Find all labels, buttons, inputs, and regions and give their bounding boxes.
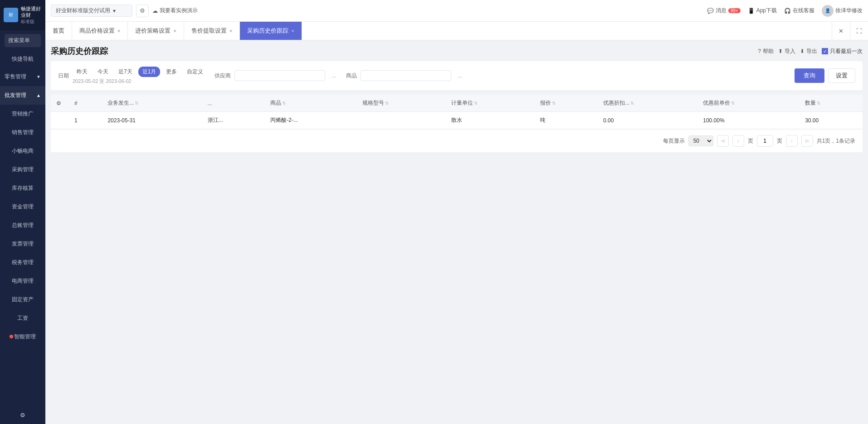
date-option-近1月[interactable]: 近1月: [138, 67, 161, 77]
page-total: 共1页，1条记录: [817, 137, 855, 145]
col-header-supplier[interactable]: 商品⇅: [265, 95, 357, 112]
sidebar-menu-label: 库存核算: [12, 185, 34, 191]
tab-label-0: 首页: [53, 27, 64, 35]
sidebar-item-13[interactable]: 工资: [0, 309, 45, 328]
app-icon: 📱: [748, 8, 755, 14]
logo-icon: 财: [4, 8, 18, 22]
tab-3[interactable]: 售价提取设置×: [184, 22, 240, 40]
sidebar-item-12[interactable]: 固定资产: [0, 290, 45, 309]
prev-page-button[interactable]: ‹: [732, 135, 744, 147]
first-page-button[interactable]: ⊲: [717, 135, 729, 147]
user-menu[interactable]: 👤 徐泽华修改: [822, 5, 863, 17]
sidebar-item-14[interactable]: 智能管理: [0, 328, 45, 346]
demo-link[interactable]: ☁ 我要看实例演示: [152, 7, 198, 14]
message-button[interactable]: 💬 消息 99+: [707, 7, 741, 14]
export-button[interactable]: ⬇ 导出: [800, 48, 817, 55]
date-option-自定义[interactable]: 自定义: [183, 67, 207, 77]
col-header-discount[interactable]: 优惠折扣...⇅: [598, 95, 697, 112]
page-number-input[interactable]: [757, 135, 773, 147]
sidebar-item-4[interactable]: 小畅电商: [0, 142, 45, 160]
sidebar-menu-label: 小畅电商: [12, 148, 34, 154]
date-option-近7天[interactable]: 近7天: [114, 67, 137, 77]
supplier-input[interactable]: [234, 70, 325, 81]
sidebar-item-7[interactable]: 资金管理: [0, 198, 45, 216]
page-word: 页: [748, 137, 753, 145]
tabs-actions: ✕ ⛶: [832, 22, 868, 40]
filter-row: 日期 昨天今天近7天近1月更多自定义 2023-05-02 至 2023-06-…: [58, 67, 855, 85]
col-header-pre_price[interactable]: 优惠前单价⇅: [697, 95, 800, 112]
sidebar-item-10[interactable]: 税务管理: [0, 253, 45, 272]
sidebar-item-11[interactable]: 电商管理: [0, 272, 45, 290]
date-buttons: 昨天今天近7天近1月更多自定义 2023-05-02 至 2023-06-02: [73, 67, 207, 85]
data-table-container: ⚙#业务发生...⇅...商品⇅规格型号⇅计量单位⇅报价⇅优惠折扣...⇅优惠前…: [51, 95, 863, 152]
version-selector[interactable]: 好业财标准版交付试用 ▾: [51, 5, 132, 17]
import-button[interactable]: ⬆ 导入: [778, 48, 795, 55]
cell-0-4: 丙烯酸-2-...: [265, 112, 357, 129]
tab-close-1[interactable]: ×: [117, 28, 120, 34]
col-header-unit[interactable]: 计量单位⇅: [446, 95, 535, 112]
query-button[interactable]: 查询: [795, 68, 824, 83]
sidebar-menu: 零售管理▼批发管理▲营销推广销售管理小畅电商采购管理库存核算资金管理总账管理发票…: [0, 67, 45, 346]
help-button[interactable]: ? 帮助: [758, 48, 774, 55]
close-tab-button[interactable]: ✕: [832, 22, 850, 40]
only-last-checkbox[interactable]: ✓: [822, 48, 828, 54]
tab-0[interactable]: 首页: [45, 22, 72, 40]
chevron-icon: ▼: [36, 74, 41, 79]
date-option-更多[interactable]: 更多: [162, 67, 181, 77]
tab-close-3[interactable]: ×: [229, 28, 232, 34]
sort-icon: ⇅: [282, 101, 286, 106]
cell-0-3: 浙江...: [202, 112, 265, 129]
tab-close-4[interactable]: ×: [291, 28, 294, 34]
main-area: 好业财标准版交付试用 ▾ ⚙ ☁ 我要看实例演示 💬 消息 99+ 📱 App下…: [45, 0, 868, 424]
product-filter: 商品 ...: [346, 70, 465, 81]
per-page-select[interactable]: 50 100 200: [688, 135, 713, 146]
date-option-今天[interactable]: 今天: [93, 67, 112, 77]
sidebar-search-area[interactable]: 搜索菜单: [0, 30, 45, 51]
sidebar-menu-label: 总账管理: [12, 222, 34, 228]
filter-settings-button[interactable]: 设置: [828, 68, 855, 83]
pagination: 每页显示 50 100 200 ⊲ ‹ 页 页 › ⊳ 共1页，1条记录: [51, 129, 863, 152]
tab-2[interactable]: 进价策略设置×: [128, 22, 184, 40]
tab-1[interactable]: 商品价格设置×: [72, 22, 128, 40]
only-last-checkbox-label[interactable]: ✓ 只看最后一次: [822, 48, 863, 55]
topbar-settings-button[interactable]: ⚙: [136, 5, 149, 17]
page-content: 采购历史价跟踪 ? 帮助 ⬆ 导入 ⬇ 导出 ✓ 只看最后一次: [45, 40, 868, 424]
sidebar-item-0[interactable]: 零售管理▼: [0, 67, 45, 86]
app-download-button[interactable]: 📱 App下载: [748, 7, 777, 14]
sidebar-item-8[interactable]: 总账管理: [0, 216, 45, 235]
topbar: 好业财标准版交付试用 ▾ ⚙ ☁ 我要看实例演示 💬 消息 99+ 📱 App下…: [45, 0, 868, 22]
next-page-button[interactable]: ›: [786, 135, 798, 147]
product-more-button[interactable]: ...: [455, 72, 465, 80]
page-header: 采购历史价跟踪 ? 帮助 ⬆ 导入 ⬇ 导出 ✓ 只看最后一次: [51, 46, 863, 57]
cell-0-1: 1: [69, 112, 102, 129]
export-icon: ⬇: [800, 48, 805, 54]
sidebar-item-6[interactable]: 库存核算: [0, 179, 45, 198]
cell-0-8: 0.00: [598, 112, 697, 129]
sidebar-item-3[interactable]: 销售管理: [0, 123, 45, 142]
col-header-qty[interactable]: 数量⇅: [800, 95, 863, 112]
col-header-date[interactable]: 业务发生...⇅: [102, 95, 202, 112]
sidebar-item-1[interactable]: 批发管理▲: [0, 86, 45, 105]
sidebar-item-2[interactable]: 营销推广: [0, 105, 45, 123]
date-option-昨天[interactable]: 昨天: [73, 67, 92, 77]
sidebar-menu-label: 固定资产: [12, 296, 34, 303]
sidebar-search-button[interactable]: 搜索菜单: [5, 34, 41, 47]
last-page-button[interactable]: ⊳: [801, 135, 813, 147]
sidebar-menu-label: 工资: [17, 315, 28, 321]
maximize-tab-button[interactable]: ⛶: [850, 22, 868, 40]
sidebar-item-5[interactable]: 采购管理: [0, 160, 45, 179]
tab-label-3: 售价提取设置: [191, 27, 227, 35]
supplier-more-button[interactable]: ...: [329, 72, 339, 80]
col-label: 计量单位: [451, 99, 473, 107]
product-input[interactable]: [361, 70, 451, 81]
sidebar-settings-button[interactable]: ⚙: [0, 406, 45, 424]
col-label: 优惠前单价: [703, 99, 730, 107]
tab-4[interactable]: 采购历史价跟踪×: [240, 22, 302, 40]
online-service-button[interactable]: 🎧 在线客服: [784, 7, 814, 14]
col-header-spec[interactable]: 规格型号⇅: [357, 95, 446, 112]
col-header-price[interactable]: 报价⇅: [535, 95, 598, 112]
tab-close-2[interactable]: ×: [173, 28, 176, 34]
sidebar-quick-nav[interactable]: 快捷导航: [0, 51, 45, 67]
sidebar-item-9[interactable]: 发票管理: [0, 235, 45, 253]
data-table: ⚙#业务发生...⇅...商品⇅规格型号⇅计量单位⇅报价⇅优惠折扣...⇅优惠前…: [51, 95, 863, 129]
